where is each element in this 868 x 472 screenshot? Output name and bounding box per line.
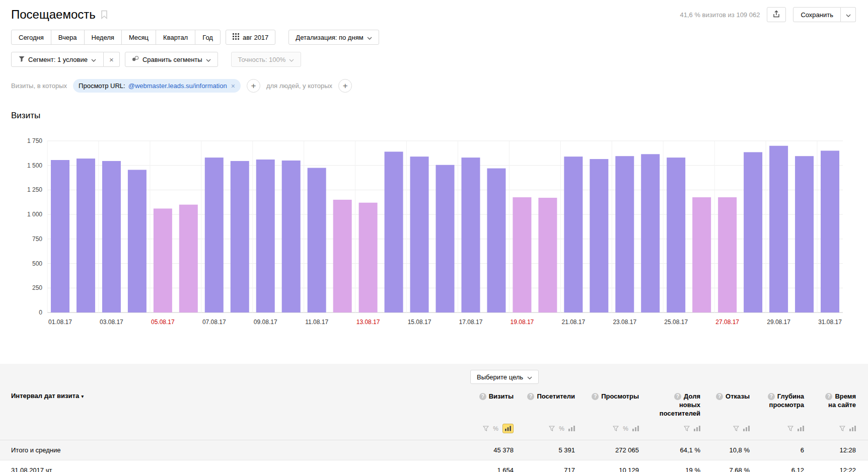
accuracy-button[interactable]: Точность: 100% bbox=[231, 52, 302, 67]
calendar-button[interactable]: авг 2017 bbox=[226, 30, 275, 45]
chart-bar[interactable] bbox=[590, 159, 608, 312]
period-quarter[interactable]: Квартал bbox=[156, 30, 195, 45]
chart-bar[interactable] bbox=[385, 151, 403, 312]
totals-new-share: 64,1 % bbox=[639, 440, 700, 460]
help-icon[interactable]: ? bbox=[825, 393, 832, 400]
chart-bar[interactable] bbox=[795, 156, 814, 312]
select-goal-button[interactable]: Выберите цель bbox=[470, 370, 539, 384]
chart-bar[interactable] bbox=[359, 203, 378, 312]
filter-funnel-icon[interactable] bbox=[733, 426, 739, 432]
chart-bar[interactable] bbox=[667, 158, 685, 312]
table-row[interactable]: 31.08.2017 чт 1 654 717 10 129 19 % 7,68… bbox=[0, 460, 868, 472]
cell-visits[interactable]: 1 654 bbox=[497, 466, 514, 472]
chart-bar[interactable] bbox=[77, 159, 95, 312]
period-month[interactable]: Месяц bbox=[121, 30, 156, 45]
column-header-visitors[interactable]: ?Посетители bbox=[514, 392, 575, 401]
compare-segments-button[interactable]: Сравнить сегменты bbox=[125, 52, 218, 67]
cell-bounces[interactable]: 7,68 % bbox=[730, 466, 750, 472]
help-icon[interactable]: ? bbox=[592, 393, 599, 400]
chart-bar[interactable] bbox=[692, 197, 711, 312]
chart-bar[interactable] bbox=[51, 160, 69, 312]
help-icon[interactable]: ? bbox=[716, 393, 723, 400]
filter-funnel-icon[interactable] bbox=[787, 426, 793, 432]
period-today[interactable]: Сегодня bbox=[11, 30, 51, 45]
row-date-label[interactable]: 31.08.2017 чт bbox=[0, 460, 458, 472]
url-filter-chip[interactable]: Просмотр URL: @webmaster.leads.su/inform… bbox=[73, 79, 241, 93]
visits-bar-chart[interactable]: 02505007501 0001 2501 5001 75001.08.1703… bbox=[0, 133, 856, 330]
chart-bar[interactable] bbox=[154, 208, 172, 312]
column-header-bounces[interactable]: ?Отказы bbox=[700, 392, 750, 401]
chart-bar[interactable] bbox=[102, 161, 121, 312]
chart-metric-icon-selected[interactable] bbox=[502, 424, 514, 433]
chart-bar[interactable] bbox=[308, 168, 326, 312]
chart-bar[interactable] bbox=[744, 152, 762, 312]
chart-bar[interactable] bbox=[179, 205, 198, 312]
chart-bar[interactable] bbox=[461, 158, 480, 312]
export-button[interactable] bbox=[767, 7, 786, 22]
chart-metric-icon[interactable] bbox=[849, 426, 856, 431]
column-header-depth[interactable]: ?Глубина просмотра bbox=[750, 392, 804, 409]
bookmark-icon[interactable] bbox=[101, 10, 108, 19]
help-icon[interactable]: ? bbox=[527, 393, 534, 400]
chart-bar[interactable] bbox=[641, 154, 660, 312]
chart-bar[interactable] bbox=[538, 198, 557, 312]
chart-bar[interactable] bbox=[769, 146, 788, 312]
chart-metric-icon[interactable] bbox=[632, 426, 639, 431]
add-visit-condition-button[interactable]: + bbox=[247, 79, 260, 93]
column-header-visits[interactable]: ?Визиты bbox=[458, 392, 514, 401]
x-axis-tick: 31.08.17 bbox=[818, 319, 842, 326]
percent-icon[interactable]: % bbox=[493, 425, 498, 432]
chart-bar[interactable] bbox=[410, 156, 429, 312]
column-header-pageviews[interactable]: ?Просмотры bbox=[575, 392, 639, 401]
period-week[interactable]: Неделя bbox=[84, 30, 122, 45]
percent-icon[interactable]: % bbox=[623, 425, 628, 432]
chart-bar[interactable] bbox=[282, 161, 301, 312]
filter-funnel-icon[interactable] bbox=[613, 426, 619, 432]
period-yesterday[interactable]: Вчера bbox=[51, 30, 85, 45]
cell-new-share[interactable]: 19 % bbox=[685, 466, 700, 472]
filter-funnel-icon[interactable] bbox=[684, 426, 690, 432]
detail-button[interactable]: Детализация: по дням bbox=[288, 30, 379, 45]
add-people-condition-button[interactable]: + bbox=[338, 79, 352, 93]
cell-time[interactable]: 12:22 bbox=[839, 466, 856, 472]
percent-icon[interactable]: % bbox=[559, 425, 564, 432]
row-dimension-header[interactable]: Интервал дат визита▾ bbox=[0, 392, 458, 400]
sort-desc-icon[interactable]: ▾ bbox=[81, 394, 84, 399]
cell-pageviews[interactable]: 10 129 bbox=[619, 466, 639, 472]
chart-bar[interactable] bbox=[615, 156, 634, 312]
chart-metric-icon[interactable] bbox=[568, 426, 575, 431]
help-icon[interactable]: ? bbox=[674, 393, 681, 400]
help-icon[interactable]: ? bbox=[768, 393, 775, 400]
chart-bar[interactable] bbox=[128, 170, 147, 312]
segment-clear-button[interactable]: × bbox=[104, 52, 120, 67]
chart-bar[interactable] bbox=[205, 158, 224, 312]
chart-metric-icon[interactable] bbox=[743, 426, 750, 431]
chart-bar[interactable] bbox=[513, 197, 531, 312]
chip-remove-icon[interactable]: × bbox=[231, 82, 235, 90]
chart-metric-icon[interactable] bbox=[694, 426, 700, 431]
chip-value[interactable]: @webmaster.leads.su/information bbox=[128, 82, 227, 90]
chart-bar[interactable] bbox=[564, 156, 583, 312]
chart-bar[interactable] bbox=[256, 160, 275, 312]
help-icon[interactable]: ? bbox=[479, 393, 486, 400]
header-actions: 41,6 % визитов из 109 062 Сохранить bbox=[680, 7, 856, 22]
save-button[interactable]: Сохранить bbox=[793, 7, 841, 22]
column-header-new-visitors-share[interactable]: ?Доля новых посетителей bbox=[639, 392, 700, 418]
tools-depth bbox=[750, 424, 804, 433]
column-header-time-on-site[interactable]: ?Время на сайте bbox=[804, 392, 856, 409]
filter-funnel-icon[interactable] bbox=[549, 426, 555, 432]
chart-bar[interactable] bbox=[487, 169, 505, 312]
cell-depth[interactable]: 6,12 bbox=[791, 466, 804, 472]
filter-funnel-icon[interactable] bbox=[483, 426, 489, 432]
chart-bar[interactable] bbox=[436, 165, 455, 312]
save-dropdown-button[interactable] bbox=[841, 7, 856, 22]
chart-bar[interactable] bbox=[231, 161, 249, 312]
segment-button[interactable]: Сегмент: 1 условие bbox=[11, 52, 104, 67]
chart-bar[interactable] bbox=[333, 200, 352, 312]
cell-visitors[interactable]: 717 bbox=[564, 466, 575, 472]
chart-bar[interactable] bbox=[718, 197, 737, 312]
filter-funnel-icon[interactable] bbox=[839, 426, 845, 432]
chart-bar[interactable] bbox=[821, 150, 839, 312]
period-year[interactable]: Год bbox=[195, 30, 221, 45]
chart-metric-icon[interactable] bbox=[798, 426, 804, 431]
